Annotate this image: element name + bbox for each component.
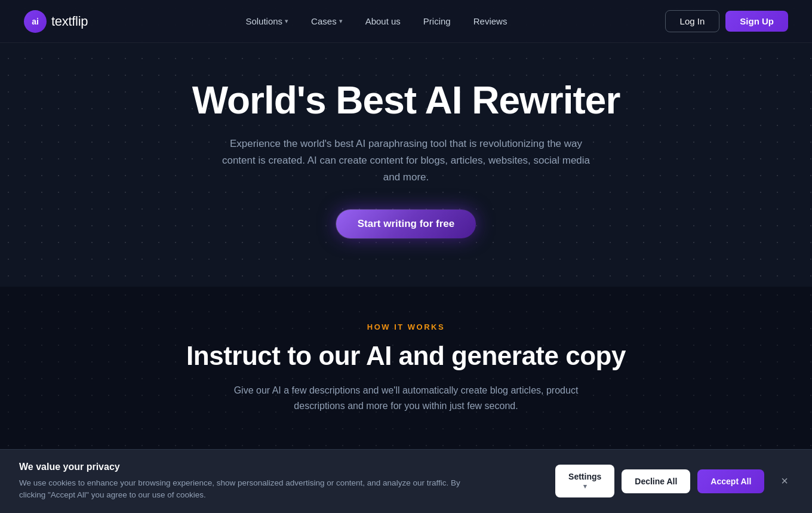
cookie-settings-button[interactable]: Settings ▾	[555, 465, 614, 497]
login-button[interactable]: Log In	[665, 10, 720, 32]
chevron-down-icon: ▾	[339, 17, 343, 25]
cookie-text-block: We value your privacy We use cookies to …	[19, 462, 543, 502]
hero-section: ai textflip Solutions ▾ Cases ▾ About us…	[0, 0, 812, 287]
navbar: ai textflip Solutions ▾ Cases ▾ About us…	[0, 0, 812, 43]
chevron-down-icon: ▾	[583, 483, 587, 490]
logo-icon: ai	[24, 10, 47, 33]
cta-button[interactable]: Start writing for free	[336, 210, 476, 238]
cookie-decline-button[interactable]: Decline All	[622, 469, 690, 493]
how-subtitle: Give our AI a few descriptions and we'll…	[227, 383, 585, 414]
chevron-down-icon: ▾	[285, 17, 288, 25]
signup-button[interactable]: Sign Up	[725, 11, 788, 32]
hero-subtitle: Experience the world's best AI paraphras…	[221, 136, 591, 186]
nav-cases[interactable]: Cases ▾	[302, 11, 352, 31]
cookie-title: We value your privacy	[19, 462, 543, 472]
hero-title: World's Best AI Rewriter	[192, 79, 620, 121]
cookie-body: We use cookies to enhance your browsing …	[19, 477, 485, 502]
cookie-close-button[interactable]: ×	[776, 472, 793, 490]
nav-pricing[interactable]: Pricing	[414, 11, 460, 31]
logo[interactable]: ai textflip	[24, 10, 88, 33]
nav-links: Solutions ▾ Cases ▾ About us Pricing Rev…	[236, 11, 516, 31]
cookie-actions: Settings ▾ Decline All Accept All	[555, 465, 764, 497]
logo-text: textflip	[51, 14, 88, 29]
nav-actions: Log In Sign Up	[665, 10, 788, 32]
cookie-accept-button[interactable]: Accept All	[697, 469, 764, 493]
cookie-banner: We value your privacy We use cookies to …	[0, 449, 812, 514]
hero-content: World's Best AI Rewriter Experience the …	[0, 43, 812, 287]
nav-solutions[interactable]: Solutions ▾	[236, 11, 298, 31]
nav-reviews[interactable]: Reviews	[464, 11, 517, 31]
nav-about[interactable]: About us	[356, 11, 410, 31]
section-label: HOW IT WORKS	[24, 322, 788, 331]
how-title: Instruct to our AI and generate copy	[24, 341, 788, 371]
